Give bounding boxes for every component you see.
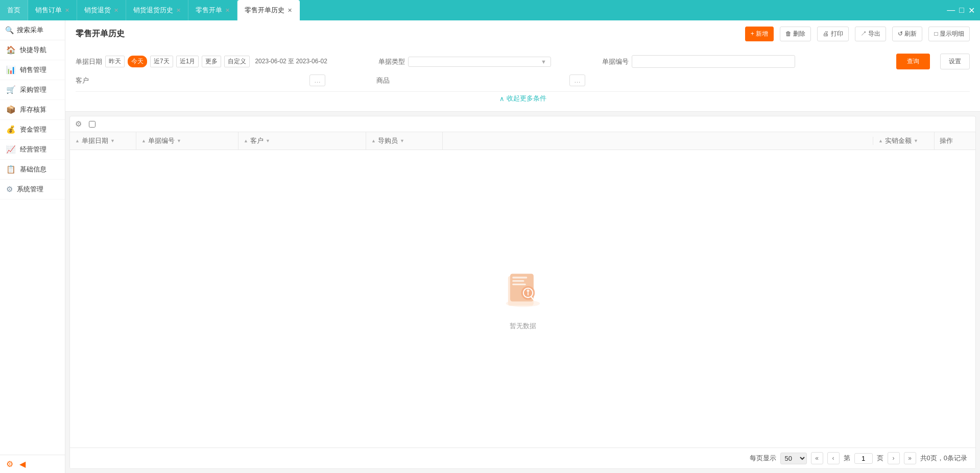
last-page-button[interactable]: »: [904, 452, 916, 464]
display-detail-button[interactable]: □ 显示明细: [928, 27, 970, 41]
export-button[interactable]: ↗ 导出: [855, 27, 886, 41]
date-more[interactable]: 更多: [202, 56, 221, 67]
th-client: ▲ 客户 ▼: [238, 132, 366, 150]
th-ops-label: 操作: [940, 136, 953, 145]
th-num: ▲ 单据编号 ▼: [136, 132, 238, 150]
sort-up-icon2: ▲: [141, 138, 146, 143]
next-page-button[interactable]: ›: [888, 452, 900, 464]
query-btn-field: 查询: [896, 54, 930, 69]
first-page-button[interactable]: «: [811, 452, 823, 464]
order-num-input[interactable]: [632, 55, 795, 68]
sidebar-item-basic-info[interactable]: 📋 基础信息: [0, 160, 65, 180]
sidebar-item-operations[interactable]: 📈 经营管理: [0, 140, 65, 160]
th-num-label: 单据编号: [148, 136, 175, 145]
sort-dn-icon: ▼: [110, 138, 115, 143]
sidebar: 🔍 搜索采单 🏠 快捷导航 📊 销售管理 🛒 采购管理 📦 库存核算 💰 资金管…: [0, 20, 65, 473]
filter-settings-button[interactable]: 设置: [940, 54, 970, 69]
tab-sales-order[interactable]: 销售订单 ✕: [28, 0, 77, 20]
sort-dn-icon3: ▼: [266, 138, 270, 143]
sort-up-icon4: ▲: [371, 138, 376, 143]
table-header: ▲ 单据日期 ▼ ▲ 单据编号 ▼ ▲ 客户 ▼ ▲ 导购员 ▼: [70, 132, 975, 150]
sidebar-item-system[interactable]: ⚙ 系统管理: [0, 180, 65, 200]
select-all-checkbox[interactable]: [89, 121, 95, 128]
refresh-button[interactable]: ↺ 刷新: [892, 27, 922, 41]
sort-up-icon5: ▲: [878, 138, 883, 143]
page-size-select[interactable]: 50 10 20 100: [780, 453, 807, 464]
close-sales-order-tab[interactable]: ✕: [65, 7, 69, 14]
settings-icon[interactable]: ⚙: [6, 459, 13, 469]
client-ellipsis-button[interactable]: …: [309, 74, 325, 86]
order-num-field: 单据编号: [602, 55, 795, 68]
collapse-icon[interactable]: ◀: [19, 459, 26, 469]
prev-page-button[interactable]: ‹: [827, 452, 840, 464]
close-sales-return-tab[interactable]: ✕: [114, 7, 118, 14]
settings-btn-field: 设置: [940, 54, 970, 69]
svg-rect-3: [512, 277, 527, 278]
tab-retail-order[interactable]: 零售开单 ✕: [188, 0, 237, 20]
order-type-select[interactable]: ▼: [408, 57, 551, 67]
window-controls: — □ ✕: [947, 6, 980, 15]
sort-dn-icon5: ▼: [914, 138, 918, 143]
tab-sales-return-history[interactable]: 销货退货历史 ✕: [126, 0, 188, 20]
filter-area: 单据日期 昨天 今天 近7天 近1月 更多 自定义 2023-06-02 至 2…: [76, 47, 970, 111]
total-info: 共0页，0条记录: [920, 454, 967, 463]
goods-ellipsis-button[interactable]: …: [569, 74, 585, 86]
date-1month[interactable]: 近1月: [176, 56, 199, 67]
pagination: 每页显示 50 10 20 100 « ‹ 第 页 › » 共0页，0条记录: [70, 447, 975, 468]
date-custom[interactable]: 自定义: [224, 56, 250, 67]
delete-button[interactable]: 🗑 删除: [780, 27, 811, 41]
sidebar-search[interactable]: 🔍 搜索采单: [0, 20, 65, 40]
window-min-button[interactable]: —: [947, 6, 955, 15]
table-toolbar: ⚙: [70, 116, 975, 132]
tab-sales-return[interactable]: 销货退货 ✕: [77, 0, 126, 20]
tab-home[interactable]: 首页: [0, 0, 28, 20]
goods-label: 商品: [376, 76, 390, 85]
client-label: 客户: [76, 76, 89, 85]
sidebar-item-purchase[interactable]: 🛒 采购管理: [0, 80, 65, 100]
page-title: 零售开单历史: [76, 29, 125, 39]
th-date-label: 单据日期: [82, 136, 108, 145]
sidebar-item-inventory[interactable]: 📦 库存核算: [0, 100, 65, 120]
close-retail-history-tab[interactable]: ✕: [288, 7, 292, 14]
th-ops: 操作: [935, 132, 975, 150]
svg-point-9: [527, 289, 529, 292]
empty-text: 暂无数据: [510, 321, 536, 331]
date-label: 单据日期: [76, 57, 102, 66]
toolbar: + 新增 🗑 删除 🖨 打印 ↗ 导出 ↺ 刷新 □ 显示明细: [745, 27, 970, 41]
basic-info-icon: 📋: [6, 165, 16, 174]
th-spacer: [443, 137, 873, 145]
date-7days[interactable]: 近7天: [150, 56, 173, 67]
order-type-label: 单据类型: [378, 57, 405, 66]
order-type-field: 单据类型 ▼: [378, 57, 551, 67]
window-max-button[interactable]: □: [959, 6, 964, 15]
main-layout: 🔍 搜索采单 🏠 快捷导航 📊 销售管理 🛒 采购管理 📦 库存核算 💰 资金管…: [0, 20, 980, 473]
date-yesterday[interactable]: 昨天: [105, 56, 125, 67]
table-gear-icon[interactable]: ⚙: [75, 119, 82, 129]
close-sales-return-history-tab[interactable]: ✕: [176, 7, 181, 14]
page-title-bar: 零售开单历史 + 新增 🗑 删除 🖨 打印 ↗ 导出 ↺ 刷新 □ 显示明细: [76, 27, 970, 41]
sidebar-item-finance[interactable]: 💰 资金管理: [0, 120, 65, 140]
home-icon: 🏠: [6, 45, 16, 55]
window-close-button[interactable]: ✕: [968, 6, 975, 15]
date-today[interactable]: 今天: [128, 56, 147, 67]
page-label: 第: [844, 454, 850, 463]
collapse-up-icon: ∧: [499, 95, 505, 103]
sidebar-item-sales[interactable]: 📊 销售管理: [0, 60, 65, 80]
th-client-label: 客户: [250, 136, 264, 145]
print-button[interactable]: 🖨 打印: [817, 27, 848, 41]
close-retail-order-tab[interactable]: ✕: [225, 7, 230, 14]
sidebar-bottom: ⚙ ◀: [0, 455, 65, 473]
collapse-bar[interactable]: ∧ 收起更多条件: [76, 91, 970, 105]
query-button[interactable]: 查询: [896, 54, 930, 69]
page-suffix: 页: [877, 454, 883, 463]
page-number-input[interactable]: [854, 453, 873, 464]
search-label: 搜索采单: [17, 26, 43, 35]
tab-retail-history[interactable]: 零售开单历史 ✕: [237, 0, 300, 20]
add-button[interactable]: + 新增: [745, 27, 774, 41]
empty-state: 暂无数据: [70, 150, 975, 447]
svg-rect-5: [512, 283, 526, 285]
sidebar-item-quick-nav[interactable]: 🏠 快捷导航: [0, 40, 65, 60]
th-date: ▲ 单据日期 ▼: [70, 132, 136, 150]
collapse-label: 收起更多条件: [507, 94, 546, 103]
sort-dn-icon2: ▼: [177, 138, 181, 143]
